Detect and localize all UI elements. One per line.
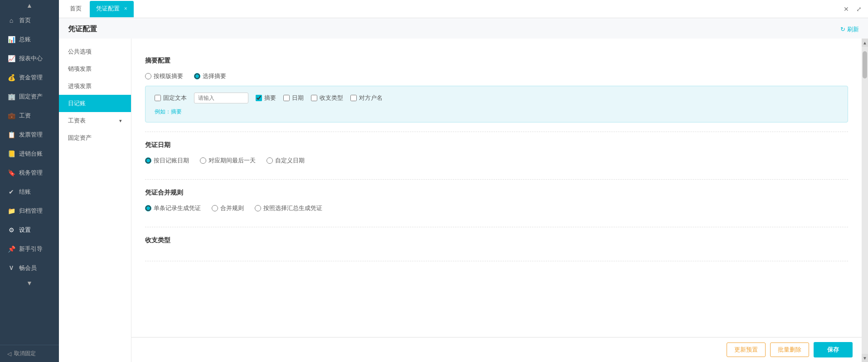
building-icon: 🏢 (7, 93, 15, 100)
summary-config-box: 固定文本 摘要 日期 (145, 86, 848, 122)
check-date[interactable]: 日期 (283, 94, 304, 102)
left-nav-purchase-invoice[interactable]: 进项发票 (59, 78, 131, 95)
check-summary[interactable]: 摘要 (256, 94, 276, 102)
briefcase-icon: 💼 (7, 112, 15, 119)
cancel-fixed-button[interactable]: ◁ 取消固定 (0, 345, 59, 362)
date-radio-period-last[interactable]: 对应期间最后一天 (200, 157, 256, 165)
sidebar-item-home[interactable]: ⌂ 首页 (0, 11, 59, 30)
summary-radio-group: 按模版摘要 选择摘要 (145, 72, 848, 80)
page-title: 凭证配置 (68, 24, 97, 34)
sidebar-item-guide[interactable]: 📌 新手引导 (0, 240, 59, 259)
sidebar-item-fixed-assets[interactable]: 🏢 固定资产 (0, 87, 59, 106)
tab-close-icon[interactable]: × (124, 5, 127, 12)
sidebar-item-report-center[interactable]: 📈 报表中心 (0, 49, 59, 68)
voucher-date-radio-group: 按日记账日期 对应期间最后一天 自定义日期 (145, 157, 848, 165)
main-area: 首页 凭证配置 × ✕ ⤢ 凭证配置 ↻ 刷新 公共选项 销项发票 进项 (59, 0, 868, 362)
sidebar-item-invoice[interactable]: 📋 发票管理 (0, 125, 59, 144)
merge-radio-merge[interactable]: 合并规则 (212, 204, 244, 212)
pin-icon: ◁ (7, 351, 11, 357)
home-icon: ⌂ (7, 17, 15, 24)
voucher-merge-title: 凭证合并规则 (145, 189, 848, 197)
fund-icon: 💰 (7, 74, 15, 81)
sidebar-item-settings[interactable]: ⚙ 设置 (0, 220, 59, 240)
left-nav: 公共选项 销项发票 进项发票 日记账 工资表 ▾ 固定资产 (59, 39, 131, 362)
ledger-icon: 📒 (7, 150, 15, 157)
date-radio-journal[interactable]: 按日记账日期 (145, 157, 189, 165)
sidebar-item-purchase-sales[interactable]: 📒 进销台账 (0, 144, 59, 163)
left-nav-payroll[interactable]: 工资表 ▾ (59, 112, 131, 129)
left-nav-journal[interactable]: 日记账 (59, 95, 131, 112)
member-icon: V (7, 265, 15, 271)
scrollbar-track[interactable] (862, 47, 868, 354)
refresh-icon: ↻ (840, 26, 845, 33)
sidebar-item-archive[interactable]: 📁 归档管理 (0, 201, 59, 220)
left-nav-fixed-assets[interactable]: 固定资产 (59, 129, 131, 147)
save-button[interactable]: 保存 (814, 342, 853, 357)
refresh-button[interactable]: ↻ 刷新 (840, 25, 859, 34)
check-counterpart-name[interactable]: 对方户名 (350, 94, 383, 102)
sidebar-item-member[interactable]: V 畅会员 (0, 259, 59, 278)
guide-icon: 📌 (7, 245, 15, 253)
window-controls: ✕ ⤢ (842, 5, 863, 14)
tax-icon: 🔖 (7, 169, 15, 176)
window-resize-button[interactable]: ⤢ (854, 5, 863, 14)
summary-checkbox-row: 固定文本 摘要 日期 (155, 93, 839, 103)
batch-delete-button[interactable]: 批量删除 (770, 342, 809, 357)
sidebar-scroll-down[interactable]: ▼ (0, 278, 59, 289)
voucher-date-section: 凭证日期 按日记账日期 对应期间最后一天 (145, 132, 848, 180)
sidebar-item-salary[interactable]: 💼 工资 (0, 106, 59, 125)
content-area: 摘要配置 按模版摘要 选择摘要 (131, 39, 868, 362)
scrollbar-thumb[interactable] (863, 51, 867, 78)
left-nav-public-options[interactable]: 公共选项 (59, 43, 131, 60)
sidebar-item-tax[interactable]: 🔖 税务管理 (0, 163, 59, 182)
window-close-button[interactable]: ✕ (842, 5, 851, 14)
summary-config-section: 摘要配置 按模版摘要 选择摘要 (145, 48, 848, 132)
scroll-down-arrow[interactable]: ▼ (862, 354, 868, 362)
date-radio-custom[interactable]: 自定义日期 (267, 157, 305, 165)
merge-radio-single[interactable]: 单条记录生成凭证 (145, 204, 201, 212)
checkout-icon: ✔ (7, 188, 15, 196)
report-icon: 📈 (7, 55, 15, 62)
summary-radio-select[interactable]: 选择摘要 (194, 72, 226, 80)
left-nav-sales-invoice[interactable]: 销项发票 (59, 60, 131, 78)
voucher-date-title: 凭证日期 (145, 141, 848, 149)
voucher-merge-radio-group: 单条记录生成凭证 合并规则 按照选择汇总生成凭证 (145, 204, 848, 212)
archive-icon: 📁 (7, 207, 15, 215)
summary-config-title: 摘要配置 (145, 57, 848, 65)
sidebar: ▲ ⌂ 首页 📊 总账 📈 报表中心 💰 资金管理 🏢 固定资产 💼 工资 📋 … (0, 0, 59, 362)
merge-radio-summary[interactable]: 按照选择汇总生成凭证 (255, 204, 322, 212)
scroll-up-arrow[interactable]: ▲ (862, 39, 868, 47)
update-preview-button[interactable]: 更新预置 (727, 342, 766, 357)
invoice-icon: 📋 (7, 131, 15, 138)
tab-voucher-config[interactable]: 凭证配置 × (90, 1, 134, 17)
content-panel: 摘要配置 按模版摘要 选择摘要 (131, 39, 862, 362)
sidebar-item-general-ledger[interactable]: 📊 总账 (0, 30, 59, 49)
example-text: 例如：摘要 (155, 108, 839, 116)
income-expense-title: 收支类型 (145, 236, 848, 245)
tab-home[interactable]: 首页 (63, 1, 88, 17)
check-income-type[interactable]: 收支类型 (311, 94, 343, 102)
sidebar-item-checkout[interactable]: ✔ 结账 (0, 182, 59, 201)
content-inner: 摘要配置 按模版摘要 选择摘要 (131, 39, 862, 298)
check-fixed-text[interactable]: 固定文本 (155, 94, 187, 102)
income-expense-section: 收支类型 (145, 227, 848, 261)
sidebar-item-fund-management[interactable]: 💰 资金管理 (0, 68, 59, 87)
page-content-area: 公共选项 销项发票 进项发票 日记账 工资表 ▾ 固定资产 (59, 39, 868, 362)
right-scrollbar: ▲ ▼ (862, 39, 868, 362)
summary-radio-template[interactable]: 按模版摘要 (145, 72, 183, 80)
chart-icon: 📊 (7, 36, 15, 43)
fixed-text-input[interactable] (194, 93, 248, 103)
sidebar-scroll-up[interactable]: ▲ (0, 0, 59, 11)
bottom-bar: 更新预置 批量删除 保存 (131, 337, 862, 362)
voucher-merge-section: 凭证合并规则 单条记录生成凭证 合并规则 (145, 180, 848, 227)
chevron-down-icon: ▾ (119, 118, 122, 124)
tab-bar: 首页 凭证配置 × ✕ ⤢ (59, 0, 868, 18)
page-header: 凭证配置 ↻ 刷新 (59, 18, 868, 39)
settings-icon: ⚙ (7, 226, 15, 234)
